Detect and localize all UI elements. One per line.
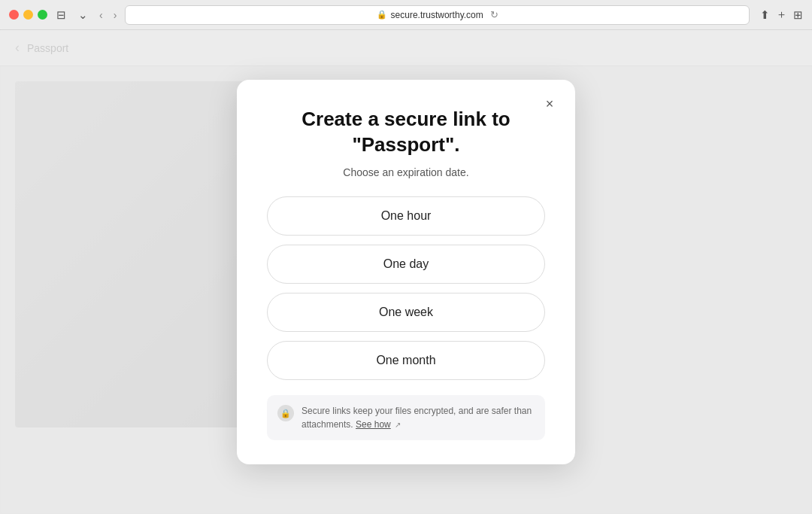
browser-actions: ⬆ ＋ ⊞	[760, 8, 803, 22]
traffic-light-close[interactable]	[9, 10, 19, 20]
modal-subtitle: Choose an expiration date.	[267, 166, 545, 178]
tab-grid-button[interactable]: ⊞	[793, 8, 803, 22]
new-tab-button[interactable]: ＋	[776, 8, 787, 22]
address-bar[interactable]: 🔒 secure.trustworthy.com ↻	[125, 5, 750, 25]
see-how-link[interactable]: See how	[356, 419, 391, 430]
option-one-hour-button[interactable]: One hour	[267, 196, 545, 236]
option-one-month-button[interactable]: One month	[267, 341, 545, 380]
browser-chrome: ⊟ ⌄ ‹ › 🔒 secure.trustworthy.com ↻ ⬆ ＋ ⊞	[0, 0, 812, 30]
option-one-week-button[interactable]: One week	[267, 293, 545, 332]
footer-description: Secure links keep your files encrypted, …	[301, 404, 535, 431]
traffic-light-fullscreen[interactable]	[38, 10, 47, 20]
modal-footer: 🔒 Secure links keep your files encrypted…	[267, 395, 545, 440]
footer-security-icon: 🔒	[277, 405, 294, 421]
secure-link-modal: × Create a secure link to "Passport". Ch…	[237, 80, 575, 465]
traffic-lights	[9, 10, 47, 20]
tab-chevron[interactable]: ⌄	[75, 8, 91, 22]
option-one-day-button[interactable]: One day	[267, 245, 545, 284]
modal-close-button[interactable]: ×	[539, 93, 560, 114]
lock-icon: 🔒	[377, 10, 387, 20]
share-browser-button[interactable]: ⬆	[760, 8, 770, 22]
url-text: secure.trustworthy.com	[391, 10, 483, 20]
tab-sidebar-toggle[interactable]: ⊟	[53, 8, 69, 22]
refresh-button[interactable]: ↻	[490, 9, 498, 20]
nav-back-button[interactable]: ‹	[97, 9, 105, 21]
nav-forward-button[interactable]: ›	[111, 9, 120, 21]
modal-title: Create a secure link to "Passport".	[267, 107, 545, 158]
modal-backdrop: × Create a secure link to "Passport". Ch…	[0, 30, 812, 514]
traffic-light-minimize[interactable]	[23, 10, 33, 20]
external-link-icon: ↗	[395, 421, 401, 429]
